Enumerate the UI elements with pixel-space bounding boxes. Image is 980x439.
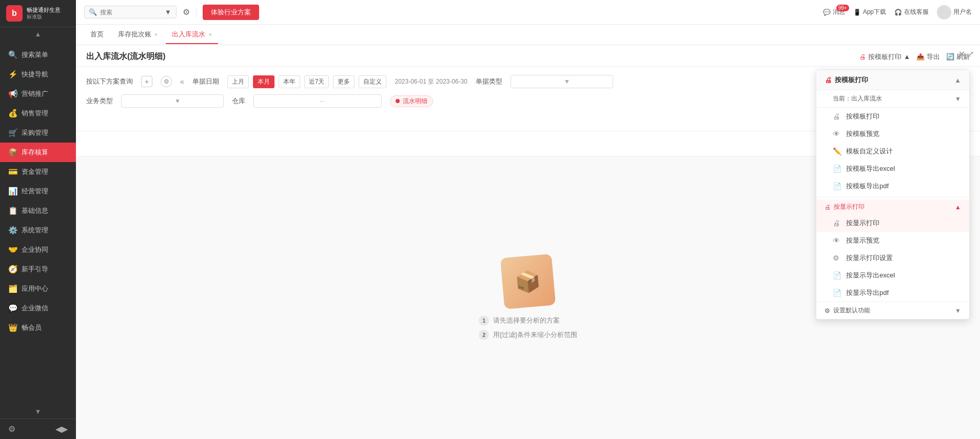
sidebar-scroll-up[interactable]: ▲ xyxy=(0,27,76,41)
sidebar-item-guide[interactable]: 🧭 新手引导 xyxy=(0,260,76,279)
sidebar-item-operation[interactable]: 📊 经营管理 xyxy=(0,182,76,201)
sidebar-label-purchase: 采购管理 xyxy=(22,128,48,137)
sidebar-item-sales[interactable]: 💰 销售管理 xyxy=(0,104,76,123)
dropdown-display-section[interactable]: 🖨 按显示打印 ▲ xyxy=(816,199,969,214)
filter-tag-label: 流水明细 xyxy=(403,97,427,106)
empty-steps: 1 请先选择要分析的方案 2 用[过滤]条件来缩小分析范围 xyxy=(479,315,577,340)
search-input[interactable] xyxy=(100,9,162,16)
tab-home[interactable]: 首页 xyxy=(84,26,110,44)
sidebar-logo: b 畅捷通好生意 标准版 xyxy=(0,0,76,27)
sidebar-label-system: 系统管理 xyxy=(22,226,48,235)
sidebar-item-wechat[interactable]: 💬 企业微信 xyxy=(0,298,76,318)
tab-bar: 首页库存批次账×出入库流水× xyxy=(76,25,980,45)
display-section-label: 按显示打印 xyxy=(834,203,865,211)
dropdown-item-display-settings[interactable]: ⚙ 按显示打印设置 xyxy=(816,249,969,267)
maximize-window-btn[interactable]: ⤢ xyxy=(967,49,974,59)
dropdown-item-template-preview[interactable]: 👁 按模板预览 xyxy=(816,125,969,143)
print-btn[interactable]: 🖨 按模板打印 ▲ xyxy=(859,52,910,62)
sidebar-item-marketing[interactable]: 📢 营销推广 xyxy=(0,84,76,104)
sidebar-scroll-down[interactable]: ▼ xyxy=(0,405,76,418)
date-range-text: 2023-06-01 至 2023-06-30 xyxy=(395,77,467,86)
tab-flow[interactable]: 出入库流水× xyxy=(166,26,218,44)
sidebar-label-sales: 销售管理 xyxy=(22,109,48,118)
sidebar-item-vip[interactable]: 👑 畅会员 xyxy=(0,318,76,337)
date-btn-上月[interactable]: 上月 xyxy=(227,75,249,88)
sidebar-item-finance[interactable]: 💳 资金管理 xyxy=(0,162,76,182)
type-dropdown[interactable]: ▼ xyxy=(511,75,613,88)
logo-icon: b xyxy=(6,5,23,22)
sidebar-label-shortcut: 快捷导航 xyxy=(22,70,48,79)
dropdown-item-template-custom[interactable]: ✏️ 模板自定义设计 xyxy=(816,143,969,160)
sales-icon: 💰 xyxy=(8,109,17,118)
marketing-icon: 📢 xyxy=(8,89,17,98)
industry-btn[interactable]: 体验行业方案 xyxy=(203,5,259,20)
messages-btn[interactable]: 💬 消息 99+ xyxy=(823,8,845,16)
app-download-label: App下载 xyxy=(863,8,886,16)
date-btn-自定义[interactable]: 自定义 xyxy=(359,75,386,88)
topbar-divider xyxy=(196,7,197,17)
dropdown-item-template-excel[interactable]: 📄 按模板导出excel xyxy=(816,160,969,177)
filter-tag[interactable]: 流水明细 xyxy=(390,95,433,107)
dropdown-item-template-pdf[interactable]: 📄 按模板导出pdf xyxy=(816,177,969,195)
inventory-icon: 📦 xyxy=(8,148,17,157)
settings-icon[interactable]: ⚙ xyxy=(8,424,15,434)
date-btn-本月[interactable]: 本月 xyxy=(253,75,275,88)
sidebar-item-inventory[interactable]: 📦 库存核算 xyxy=(0,143,76,162)
dropdown-item-display-pdf[interactable]: 📄 按显示导出pdf xyxy=(816,284,969,302)
sidebar-item-collab[interactable]: 🤝 企业协同 xyxy=(0,240,76,260)
warehouse-more-icon: ··· xyxy=(320,97,376,105)
template-pdf-label: 按模板导出pdf xyxy=(846,182,889,191)
sidebar-item-search[interactable]: 🔍 搜索菜单 xyxy=(0,45,76,65)
display-section-icon: 🖨 xyxy=(825,204,831,211)
display-pdf-icon: 📄 xyxy=(833,289,842,297)
print-dropdown-overlay: 🖨 按模板打印 ▲ 当前：出入库流水 ▼ 🖨 按模板打印 👁 按模板预览 ✏️ … xyxy=(816,70,970,320)
sidebar-item-purchase[interactable]: 🛒 采购管理 xyxy=(0,123,76,143)
export-btn[interactable]: 📤 导出 xyxy=(916,52,940,62)
date-btn-本年[interactable]: 本年 xyxy=(279,75,300,88)
empty-step-2: 2 用[过滤]条件来缩小分析范围 xyxy=(479,330,577,340)
step-num-2: 2 xyxy=(479,330,489,340)
topbar-search-box[interactable]: 🔍 ▼ xyxy=(84,6,177,18)
date-btn-近7天[interactable]: 近7天 xyxy=(304,75,329,88)
filter-collapse-icon[interactable]: « xyxy=(180,77,184,86)
close-window-btn[interactable]: ✕ xyxy=(958,49,965,59)
date-btn-更多[interactable]: 更多 xyxy=(333,75,355,88)
online-service-btn[interactable]: 🎧 在线客服 xyxy=(894,8,929,16)
appstore-icon: 🗂️ xyxy=(8,284,17,293)
display-settings-label: 按显示打印设置 xyxy=(846,253,893,263)
sidebar-item-basic[interactable]: 📋 基础信息 xyxy=(0,201,76,221)
sidebar-item-system[interactable]: ⚙️ 系统管理 xyxy=(0,221,76,240)
collab-icon: 🤝 xyxy=(8,245,17,254)
dropdown-item-display-print[interactable]: 🖨 按显示打印 xyxy=(816,214,969,232)
tab-close-batch[interactable]: × xyxy=(154,31,158,37)
print-arrow-icon: ▲ xyxy=(904,53,910,61)
template-custom-icon: ✏️ xyxy=(833,147,842,155)
dropdown-item-display-excel[interactable]: 📄 按显示导出excel xyxy=(816,267,969,284)
collapse-sidebar-icon[interactable]: ◀▶ xyxy=(55,424,68,434)
filter-type-label: 单据类型 xyxy=(476,77,502,86)
dropdown-close-arrow[interactable]: ▲ xyxy=(954,76,961,84)
warehouse-dropdown[interactable]: ··· xyxy=(253,94,382,108)
tab-close-flow[interactable]: × xyxy=(208,31,211,37)
topbar-right: 💬 消息 99+ 📱 App下载 🎧 在线客服 用户名 xyxy=(823,5,972,19)
app-download-btn[interactable]: 📱 App下载 xyxy=(853,8,886,16)
user-avatar[interactable]: 用户名 xyxy=(937,5,972,19)
date-filter: 上月本月本年近7天更多自定义 xyxy=(227,75,387,88)
topbar-gear-icon[interactable]: ⚙ xyxy=(183,7,190,17)
business-type-dropdown[interactable]: ▼ xyxy=(121,94,224,108)
page-header: 出入库流水(流水明细) 🖨 按模板打印 ▲ 📤 导出 🔄 刷新 xyxy=(76,45,980,67)
filter-setting-btn[interactable]: ⚙ xyxy=(161,76,172,87)
export-icon: 📤 xyxy=(916,53,925,61)
template-print-label: 按模板打印 xyxy=(846,112,879,121)
dropdown-item-template-print[interactable]: 🖨 按模板打印 xyxy=(816,108,969,125)
dropdown-item-display-preview[interactable]: 👁 按显示预览 xyxy=(816,232,969,249)
search-dropdown-icon[interactable]: ▼ xyxy=(165,8,171,16)
page-title: 出入库流水(流水明细) xyxy=(86,51,166,62)
sidebar-item-shortcut[interactable]: ⚡ 快捷导航 xyxy=(0,65,76,84)
sidebar-item-appstore[interactable]: 🗂️ 应用中心 xyxy=(0,279,76,298)
dropdown-footer[interactable]: ⚙ 设置默认功能 ▼ xyxy=(816,302,969,319)
filter-add-btn[interactable]: + xyxy=(141,76,152,87)
dropdown-divider xyxy=(816,197,969,197)
tab-batch[interactable]: 库存批次账× xyxy=(112,26,164,44)
print-icon: 🖨 xyxy=(859,53,866,61)
